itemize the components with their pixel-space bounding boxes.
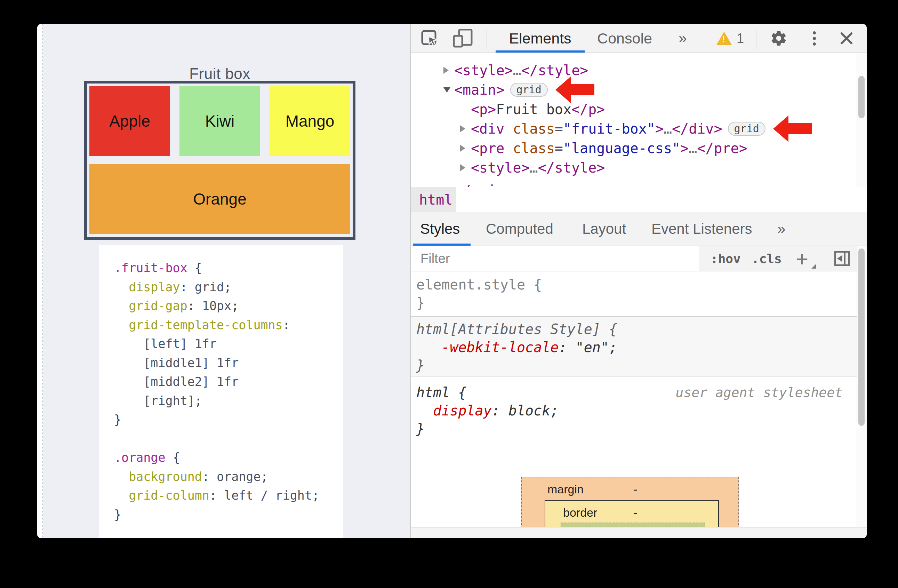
close-icon xyxy=(839,31,854,46)
devtools-panel: Elements Console » 1 xyxy=(411,24,867,538)
sidebar-bar xyxy=(844,252,846,265)
box-model-padding xyxy=(561,523,705,527)
styles-filter-bar: :hov .cls + xyxy=(411,246,867,271)
margin-top-value[interactable]: - xyxy=(634,483,637,496)
dom-tree-scrollbar xyxy=(856,53,867,187)
annotation-arrow-left-icon xyxy=(773,115,812,142)
tab-console[interactable]: Console xyxy=(592,24,658,52)
tab-styles[interactable]: Styles xyxy=(420,212,460,246)
close-devtools-button[interactable] xyxy=(836,24,857,52)
tab-elements[interactable]: Elements xyxy=(496,24,584,52)
fruit-label-kiwi: Kiwi xyxy=(205,112,234,131)
new-style-rule-button[interactable]: + xyxy=(790,246,814,271)
fruit-box-kiwi: Kiwi xyxy=(180,86,260,156)
code-line xyxy=(114,429,343,448)
dom-row-pre[interactable]: <pre class="language-css">…</pre> xyxy=(460,140,747,156)
chevron-double-right-icon: » xyxy=(678,30,687,47)
code-line: background: orange; xyxy=(114,467,343,486)
styles-scrollbar-thumb[interactable] xyxy=(858,248,865,426)
code-line: [left] 1fr xyxy=(114,334,343,354)
code-line: .orange { xyxy=(114,448,343,467)
fruit-box-orange: Orange xyxy=(89,164,350,234)
element-classes-button[interactable]: .cls xyxy=(752,246,782,271)
css-rule-line[interactable]: display: block; xyxy=(416,402,856,420)
fruit-box-apple: Apple xyxy=(89,86,170,156)
code-line: } xyxy=(114,505,343,524)
toggle-element-state-button[interactable]: :hov xyxy=(710,246,741,271)
toggle-sidebar-icon[interactable] xyxy=(834,251,850,266)
dom-tree-scrollbar-thumb[interactable] xyxy=(858,76,865,118)
stylesheet-origin-label: user agent stylesheet xyxy=(676,383,843,402)
code-line: grid-gap: 10px; xyxy=(114,296,343,316)
styles-filter-input[interactable] xyxy=(411,246,699,271)
page-title: Fruit box xyxy=(37,65,402,82)
warning-count: 1 xyxy=(737,31,744,46)
breadcrumb-item-html[interactable]: html xyxy=(411,187,456,212)
code-line: [right]; xyxy=(114,391,343,411)
code-line: [middle2] 1fr xyxy=(114,372,343,391)
chevron-right-icon[interactable] xyxy=(460,164,471,171)
dom-node-text: <style>…</style> xyxy=(471,160,605,175)
dom-tree: <style>…</style> <main> grid <p>Fruit bo… xyxy=(411,53,856,187)
new-rule-dropdown-triangle xyxy=(811,264,816,269)
devtools-toolbar: Elements Console » 1 xyxy=(411,24,867,53)
active-tab-underline xyxy=(496,51,584,52)
grid-badge[interactable]: grid xyxy=(728,122,766,136)
code-line: .fruit-box { xyxy=(114,259,343,278)
dom-row-div-fruit-box[interactable]: <div class="fruit-box">…</div> grid xyxy=(460,121,812,136)
gear-icon xyxy=(770,29,787,47)
tab-layout[interactable]: Layout xyxy=(582,212,626,246)
chevron-right-icon[interactable] xyxy=(460,125,471,132)
more-tabs-button[interactable]: » xyxy=(672,24,693,52)
tab-elements-label: Elements xyxy=(509,30,571,47)
rule-html-attributes-style: html[Attributes Style] { -webkit-locale:… xyxy=(411,317,856,376)
css-rule-line[interactable]: html[Attributes Style] { xyxy=(416,320,856,338)
css-rule-line[interactable]: element.style { xyxy=(416,276,856,294)
issues-counter[interactable]: 1 xyxy=(717,24,744,52)
device-toolbar-button[interactable] xyxy=(452,24,474,52)
chevron-right-icon[interactable] xyxy=(460,145,471,152)
code-line: display: grid; xyxy=(114,278,343,297)
css-rule-line[interactable]: } xyxy=(416,294,856,312)
tab-computed[interactable]: Computed xyxy=(486,212,554,246)
screenshot-canvas: Fruit box Apple Kiwi Mango Orange .fruit… xyxy=(0,0,898,588)
page-left-gutter xyxy=(37,24,43,538)
grid-badge[interactable]: grid xyxy=(510,83,548,97)
css-rule-line[interactable]: } xyxy=(416,356,856,374)
fruit-label-mango: Mango xyxy=(286,112,335,131)
code-line: } xyxy=(114,410,343,429)
dom-node-text: <main> xyxy=(454,82,504,97)
more-options-button[interactable] xyxy=(806,24,823,52)
code-line: grid-column: left / right; xyxy=(114,486,343,505)
fruit-box-grid: Apple Kiwi Mango Orange xyxy=(84,81,355,240)
dom-row-style-1[interactable]: <style>…</style> xyxy=(443,63,588,78)
inspect-element-button[interactable] xyxy=(420,24,440,52)
page-viewport: Fruit box Apple Kiwi Mango Orange .fruit… xyxy=(37,24,411,538)
border-top-value[interactable]: - xyxy=(634,506,637,519)
dom-row-p[interactable]: <p>Fruit box</p> xyxy=(460,102,605,117)
toolbar-divider xyxy=(487,29,487,49)
chevron-down-icon[interactable] xyxy=(443,87,454,92)
dom-row-style-2[interactable]: <style>…</style> xyxy=(460,160,605,175)
dom-row-main-close[interactable]: </main> xyxy=(443,183,513,187)
devtools-bottom-strip xyxy=(411,527,867,538)
fruit-box-mango: Mango xyxy=(269,86,350,156)
toolbar-divider xyxy=(756,29,757,49)
dom-row-main[interactable]: <main> grid xyxy=(443,82,594,97)
tab-event-listeners[interactable]: Event Listeners xyxy=(651,212,752,246)
rule-html-user-agent: user agent stylesheet html { display: bl… xyxy=(411,376,856,441)
rule-element-style: element.style { } xyxy=(411,271,856,317)
css-rule-line[interactable]: -webkit-locale: "en"; xyxy=(416,338,856,356)
dom-node-text: <style>…</style> xyxy=(454,63,588,78)
tab-console-label: Console xyxy=(597,30,652,47)
fruit-label-orange: Orange xyxy=(193,189,246,208)
more-tabs-button[interactable]: » xyxy=(777,212,785,246)
breadcrumb: html xyxy=(411,187,867,212)
code-line: [middle1] 1fr xyxy=(114,354,343,373)
settings-button[interactable] xyxy=(768,24,789,52)
inspect-cursor-icon xyxy=(421,29,440,48)
css-rule-line[interactable]: } xyxy=(416,420,856,438)
annotation-arrow-left-icon xyxy=(555,77,594,103)
active-tab-underline xyxy=(413,243,471,246)
chevron-right-icon[interactable] xyxy=(443,67,454,74)
